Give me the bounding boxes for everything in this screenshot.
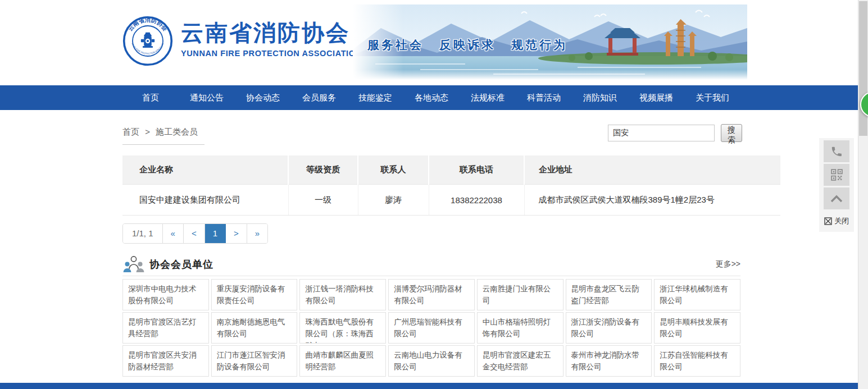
nav-item-science-activities[interactable]: 科普活动 <box>516 85 572 110</box>
breadcrumb: 首页 > 施工类会员 <box>122 127 204 145</box>
pagination-next-button[interactable]: > <box>226 224 247 243</box>
main-navbar: 首页通知公告协会动态会员服务技能鉴定各地动态法规标准科普活动消防知识视频展播关于… <box>0 85 868 110</box>
pagination-last-button[interactable]: » <box>247 224 267 243</box>
close-widget-label: 关闭 <box>834 216 849 226</box>
member-company-cell[interactable]: 江门市蓬江区智安消防设备有限公司 <box>211 345 298 377</box>
qrcode-icon <box>831 169 843 181</box>
nav-item-notices[interactable]: 通知公告 <box>179 85 235 110</box>
member-company-cell[interactable]: 浙江华球机械制造有限公司 <box>654 279 740 310</box>
logo[interactable]: 云南省消防协会 YUNNAN FIRE PROTECTION ASSOCIATI… <box>122 16 362 66</box>
member-units-section-header: 协会会员单位 更多>> <box>122 253 740 276</box>
member-company-cell[interactable]: 中山市格瑞特照明灯饰有限公司 <box>477 312 563 344</box>
member-search-table: 企业名称 等级资质 联系人 联系电话 企业地址 国安中建建设集团有限公司 一级 … <box>122 155 780 216</box>
member-company-cell[interactable]: 广州思瑞智能科技有限公司 <box>388 312 475 344</box>
member-company-cell[interactable]: 江苏自强智能科技有限公司 <box>654 345 740 377</box>
site-subtitle: YUNNAN FIRE PROTECTION ASSOCIATION <box>181 49 362 58</box>
member-company-cell[interactable]: 昆明市盘龙区飞云防盗门经营部 <box>566 279 652 310</box>
association-seal-icon: 云南省消防协会 YUNNAN FIRE PROTECTION ASSOCIATI… <box>122 16 173 66</box>
member-company-cell[interactable]: 昆明市官渡区浩艺灯具经营部 <box>122 312 209 344</box>
member-company-cell[interactable]: 云南胜捷门业有限公司 <box>477 279 563 310</box>
nav-item-home[interactable]: 首页 <box>122 85 179 110</box>
search-input[interactable] <box>608 125 715 141</box>
footer-bar <box>0 383 868 389</box>
banner-image: 服务社会 反映诉求 规范行为 <box>353 4 747 80</box>
table-header-cell: 联系电话 <box>429 155 524 185</box>
member-company-cell[interactable]: 曲靖市麒麟区曲夏照明经营部 <box>299 345 386 377</box>
pagination-first-button[interactable]: « <box>163 224 184 243</box>
member-company-cell[interactable]: 深圳市中电电力技术股份有限公司 <box>122 279 209 310</box>
member-company-cell[interactable]: 昆明丰顺科技发展有限公司 <box>654 312 740 344</box>
member-company-cell[interactable]: 淄博爱尔玛消防器材有限公司 <box>388 279 475 310</box>
slogan-phrase: 反映诉求 <box>439 37 496 53</box>
back-to-top-button[interactable] <box>824 187 849 209</box>
nav-item-local-news[interactable]: 各地动态 <box>403 85 460 110</box>
scrollbar[interactable] <box>858 0 868 389</box>
nav-list: 首页通知公告协会动态会员服务技能鉴定各地动态法规标准科普活动消防知识视频展播关于… <box>122 85 868 110</box>
member-company-cell[interactable]: 重庆厦安消防设备有限责任公司 <box>211 279 298 310</box>
nav-item-association-news[interactable]: 协会动态 <box>235 85 291 110</box>
breadcrumb-separator: > <box>145 127 150 136</box>
member-company-cell[interactable]: 泰州市神龙消防水带有限公司 <box>566 345 652 377</box>
table-cell-phone: 18382222038 <box>429 185 524 216</box>
header-slogan: 服务社会 反映诉求 规范行为 <box>367 37 567 53</box>
member-company-cell[interactable]: 昆明市官渡区建宏五金交电经营部 <box>477 345 563 377</box>
table-cell-grade: 一级 <box>288 185 358 216</box>
member-grid: 深圳市中电电力技术股份有限公司重庆厦安消防设备有限责任公司浙江钱一塔消防科技有限… <box>122 279 740 377</box>
search-button[interactable]: 搜索 <box>721 124 742 142</box>
member-company-cell[interactable]: 南京施耐德施恩电气有限公司 <box>211 312 298 344</box>
section-title: 协会会员单位 <box>149 258 213 271</box>
nav-item-about-us[interactable]: 关于我们 <box>684 85 740 110</box>
pagination-info: 1/1, 1 <box>123 224 163 243</box>
side-widget: 关闭 <box>819 138 854 232</box>
table-cell-contact: 廖涛 <box>358 185 429 216</box>
pagination: 1/1, 1 « < 1 > » <box>122 223 268 244</box>
table-row: 国安中建建设集团有限公司 一级 廖涛 18382222038 成都市武侯区武侯大… <box>122 185 780 216</box>
slogan-phrase: 规范行为 <box>511 37 567 53</box>
close-box-icon <box>824 217 832 225</box>
phone-icon <box>830 145 843 158</box>
member-company-cell[interactable]: 云南地山电力设备有限公司 <box>388 345 475 377</box>
close-widget-button[interactable]: 关闭 <box>819 216 854 226</box>
member-company-cell[interactable]: 昆明市官渡区共安消防器材经营部 <box>122 345 209 377</box>
nav-item-video-gallery[interactable]: 视频展播 <box>628 85 684 110</box>
breadcrumb-current: 施工类会员 <box>156 127 198 136</box>
site-title: 云南省消防协会 <box>181 20 362 45</box>
table-header-cell: 企业地址 <box>524 155 780 185</box>
member-company-cell[interactable]: 浙江钱一塔消防科技有限公司 <box>299 279 386 310</box>
phone-button[interactable] <box>824 140 849 162</box>
member-company-cell[interactable]: 珠海西默电气股份有限公司（原：珠海西默电 <box>299 312 386 344</box>
nav-item-member-service[interactable]: 会员服务 <box>291 85 347 110</box>
pagination-page-1[interactable]: 1 <box>205 224 226 243</box>
table-cell-company: 国安中建建设集团有限公司 <box>122 185 288 216</box>
more-link[interactable]: 更多>> <box>716 259 740 269</box>
table-header-cell: 联系人 <box>358 155 429 185</box>
members-group-icon <box>122 255 145 274</box>
table-header-row: 企业名称 等级资质 联系人 联系电话 企业地址 <box>122 155 780 185</box>
table-header-cell: 等级资质 <box>288 155 358 185</box>
breadcrumb-home-link[interactable]: 首页 <box>122 127 139 136</box>
table-header-cell: 企业名称 <box>122 155 288 185</box>
member-company-cell[interactable]: 浙江浙安消防设备有限公司 <box>566 312 652 344</box>
site-header: 云南省消防协会 YUNNAN FIRE PROTECTION ASSOCIATI… <box>0 0 868 85</box>
search-area: 搜索 <box>608 124 742 142</box>
nav-item-skill-appraisal[interactable]: 技能鉴定 <box>347 85 403 110</box>
slogan-phrase: 服务社会 <box>367 37 424 53</box>
chevron-up-icon <box>830 194 843 204</box>
nav-item-fire-knowledge[interactable]: 消防知识 <box>572 85 628 110</box>
table-cell-address: 成都市武侯区武侯大道双楠段389号1幢2层23号 <box>524 185 780 216</box>
qrcode-button[interactable] <box>824 164 849 186</box>
nav-item-laws-standards[interactable]: 法规标准 <box>460 85 516 110</box>
pagination-prev-button[interactable]: < <box>184 224 205 243</box>
